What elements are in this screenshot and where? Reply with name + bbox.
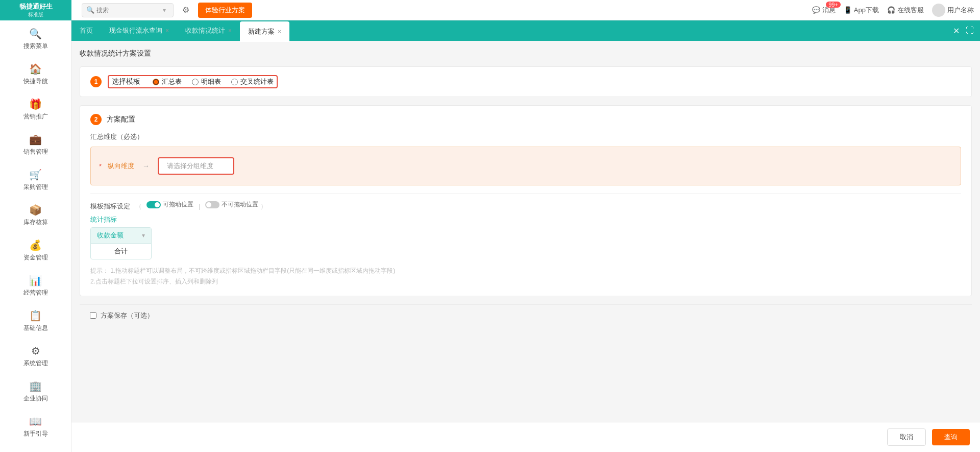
toggle2-label: 不可拖动位置	[222, 200, 258, 209]
radio-summary-input[interactable]	[153, 79, 159, 85]
sidebar-item-12[interactable]: 🖥智能硬件	[0, 443, 71, 452]
sidebar-item-5[interactable]: 📦库存核算	[0, 197, 71, 232]
sidebar-item-10[interactable]: 🏢企业协同	[0, 373, 71, 408]
message-icon: 💬	[812, 6, 820, 14]
search-area[interactable]: 🔍 ▾	[82, 3, 174, 17]
page-title: 收款情况统计方案设置	[80, 49, 972, 58]
step1-badge: 1	[90, 76, 102, 87]
service-icon: 🎧	[887, 6, 895, 14]
top-bar: 畅捷通好生 标准版 🔍 ▾ ⚙ 体验行业方案 💬 消息 99+ 📱 App下载 …	[0, 0, 980, 20]
sidebar-item-11[interactable]: 📖新手引导	[0, 408, 71, 443]
sidebar-item-8[interactable]: 📋基础信息	[0, 302, 71, 338]
divider	[90, 194, 961, 194]
sidebar-icon-7: 📊	[29, 274, 42, 287]
indicator-dropdown-arrow: ▾	[142, 232, 145, 239]
gear-icon: ⚙	[182, 5, 189, 15]
logo-main-text: 畅捷通好生	[19, 2, 53, 11]
logo: 畅捷通好生 标准版	[0, 0, 71, 20]
sidebar-icon-9: ⚙	[31, 345, 40, 357]
message-button[interactable]: 💬 消息 99+	[812, 6, 836, 15]
dim-required-star: *	[99, 162, 102, 170]
sidebar-icon-0: 🔍	[29, 28, 42, 40]
main-layout: 🔍搜索菜单🏠快捷导航🎁营销推广💼销售管理🛒采购管理📦库存核算💰资金管理📊经营管理…	[0, 20, 980, 452]
sidebar-item-4[interactable]: 🛒采购管理	[0, 161, 71, 197]
radio-cross[interactable]: 交叉统计表	[231, 77, 274, 86]
tab-bar: 首页 现金银行流水查询 × 收款情况统计 × 新建方案 × ✕ ⛶	[71, 20, 980, 41]
tab-new-plan[interactable]: 新建方案 ×	[240, 21, 289, 42]
tab-payment-stats[interactable]: 收款情况统计 ×	[177, 20, 240, 41]
tab-new-plan-label: 新建方案	[248, 27, 275, 36]
tab-bar-actions: ✕ ⛶	[951, 24, 980, 38]
sidebar-item-3[interactable]: 💼销售管理	[0, 126, 71, 161]
sidebar-item-7[interactable]: 📊经营管理	[0, 267, 71, 302]
user-area[interactable]: 用户名称	[932, 4, 974, 17]
tips-line1: 提示： 1.拖动标题栏可以调整布局，不可跨维度或指标区域拖动栏目字段(只能在同一…	[90, 266, 961, 277]
download-icon: 📱	[844, 6, 852, 14]
step1-box: 选择模板 汇总表 明细表	[108, 75, 278, 88]
sidebar-label-8: 基础信息	[23, 324, 48, 332]
toggle2-item: 不可拖动位置	[205, 200, 258, 209]
toggle1-on[interactable]	[146, 201, 161, 208]
footer-bar: 取消 查询	[71, 422, 980, 452]
section-step2: 2 方案配置 汇总维度（必选） * 纵向维度 → 请选择分组维度	[80, 105, 972, 296]
search-icon: 🔍	[86, 6, 94, 14]
avatar	[932, 4, 945, 17]
tab-new-plan-close[interactable]: ×	[278, 28, 281, 35]
sidebar-label-6: 资金管理	[23, 253, 48, 262]
sidebar-label-9: 系统管理	[23, 359, 48, 368]
toggle2-off[interactable]	[205, 201, 219, 208]
query-button[interactable]: 查询	[932, 429, 970, 445]
dimension-row: * 纵向维度 → 请选择分组维度	[99, 157, 952, 175]
tab-close-btn[interactable]: ✕	[951, 24, 962, 38]
sidebar-label-2: 营销推广	[23, 112, 48, 121]
radio-summary[interactable]: 汇总表	[153, 77, 182, 86]
toggle1-item: 可拖动位置	[146, 200, 193, 209]
step2-label: 方案配置	[107, 115, 135, 124]
sidebar-label-1: 快捷导航	[23, 77, 48, 86]
save-checkbox[interactable]	[90, 312, 96, 319]
save-label: 方案保存（可选）	[101, 311, 154, 320]
radio-cross-label: 交叉统计表	[240, 77, 274, 86]
sidebar-label-11: 新手引导	[23, 430, 48, 438]
search-input[interactable]	[96, 7, 163, 14]
step1-row: 1 选择模板 汇总表 明细表	[90, 75, 961, 88]
dimension-selector[interactable]: 请选择分组维度	[158, 157, 234, 175]
indicator-settings: 模板指标设定 （ 可拖动位置 | 不可拖动位置 ）	[90, 200, 961, 259]
sidebar-icon-3: 💼	[29, 133, 42, 146]
dimension-placeholder: 请选择分组维度	[167, 161, 213, 171]
sidebar-label-0: 搜索菜单	[23, 42, 48, 51]
sidebar-label-4: 采购管理	[23, 183, 48, 192]
sidebar-item-0[interactable]: 🔍搜索菜单	[0, 20, 71, 56]
indicator-table: 收款金额 ▾ 合计	[90, 227, 152, 259]
sidebar-item-6[interactable]: 💰资金管理	[0, 232, 71, 267]
radio-summary-label: 汇总表	[162, 77, 182, 86]
tab-bank-flow-close[interactable]: ×	[165, 27, 169, 34]
indicator-header[interactable]: 收款金额 ▾	[91, 228, 151, 244]
sidebar-item-9[interactable]: ⚙系统管理	[0, 338, 71, 373]
logo-sub-text: 标准版	[28, 11, 43, 18]
sidebar-icon-4: 🛒	[29, 169, 42, 181]
tab-bank-flow[interactable]: 现金银行流水查询 ×	[101, 20, 177, 41]
sidebar-item-2[interactable]: 🎁营销推广	[0, 91, 71, 126]
sidebar-icon-2: 🎁	[29, 98, 42, 110]
section-step1: 1 选择模板 汇总表 明细表	[80, 66, 972, 97]
radio-detail[interactable]: 明细表	[192, 77, 221, 86]
tab-expand-btn[interactable]: ⛶	[964, 24, 976, 37]
sidebar-label-10: 企业协同	[23, 394, 48, 403]
radio-cross-input[interactable]	[231, 79, 238, 85]
sidebar-item-1[interactable]: 🏠快捷导航	[0, 56, 71, 91]
service-button[interactable]: 🎧 在线客服	[887, 6, 924, 15]
service-label: 在线客服	[897, 6, 924, 15]
download-button[interactable]: 📱 App下载	[844, 6, 879, 15]
sidebar: 🔍搜索菜单🏠快捷导航🎁营销推广💼销售管理🛒采购管理📦库存核算💰资金管理📊经营管理…	[0, 20, 71, 452]
indicator-column-header: 收款金额	[97, 231, 124, 240]
tab-home[interactable]: 首页	[71, 20, 101, 41]
cancel-button[interactable]: 取消	[887, 429, 926, 446]
settings-button[interactable]: ⚙	[178, 2, 194, 18]
dropdown-icon: ▾	[163, 7, 166, 14]
trial-button[interactable]: 体验行业方案	[198, 3, 252, 18]
indicator-title: 模板指标设定 （ 可拖动位置 | 不可拖动位置 ）	[90, 200, 961, 211]
sidebar-icon-8: 📋	[29, 310, 42, 322]
radio-detail-input[interactable]	[192, 79, 199, 85]
tab-payment-stats-close[interactable]: ×	[228, 27, 232, 34]
